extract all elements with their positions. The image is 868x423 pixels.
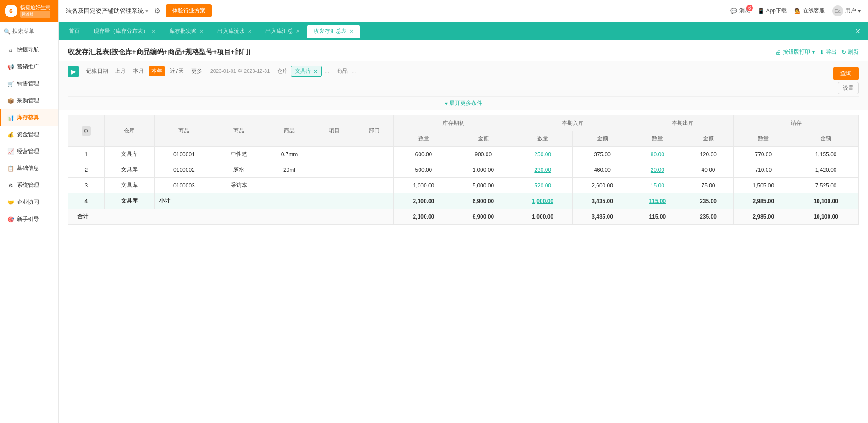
cell-open-qty: 600.00 xyxy=(394,147,453,162)
message-badge: 6 xyxy=(746,5,753,11)
refresh-button[interactable]: ↻ 刷新 xyxy=(841,48,859,56)
sidebar-item-sales[interactable]: 🛒 销售管理 xyxy=(0,75,58,92)
tab-close-stock-dist[interactable]: ✕ xyxy=(151,29,155,34)
message-button[interactable]: 💬 消息 6 xyxy=(730,7,750,15)
user-dropdown-icon: ▾ xyxy=(858,8,861,14)
cell-in-qty[interactable]: 520.00 xyxy=(513,178,573,193)
subtotal-in-qty[interactable]: 1,000.00 xyxy=(513,193,573,209)
goods-filter: 商品 ... xyxy=(337,67,356,75)
date-filter: 记账日期 上月 本月 本年 近7天 更多 2023-01-01 至 2023-1… xyxy=(86,66,270,76)
enterprise-icon: 🤝 xyxy=(7,199,14,206)
cell-goods-code: 0100003 xyxy=(154,178,214,193)
sidebar-item-enterprise[interactable]: 🤝 企业协同 xyxy=(0,194,58,211)
sidebar-item-basic[interactable]: 📋 基础信息 xyxy=(0,160,58,177)
th-project: 项目 xyxy=(315,115,354,147)
filter-expand-row: ▾ 展开更多条件 xyxy=(68,96,859,110)
system-selector[interactable]: 装备及固定资产辅助管理系统 ▾ xyxy=(66,7,149,15)
export-icon: ⬇ xyxy=(819,49,824,55)
cell-in-qty[interactable]: 230.00 xyxy=(513,162,573,178)
tab-close-batch[interactable]: ✕ xyxy=(199,29,204,34)
sidebar-item-assets[interactable]: 💰 资金管理 xyxy=(0,126,58,143)
sidebar-item-operations[interactable]: 📈 经营管理 xyxy=(0,143,58,160)
table-row: 1 文具库 0100001 中性笔 0.7mm 600.00 900.00 25… xyxy=(68,147,859,162)
user-menu[interactable]: Ea 用户 ▾ xyxy=(832,5,861,16)
filter-main-row: ▶ 记账日期 上月 本月 本年 近7天 更多 xyxy=(68,61,859,96)
date-options: 上月 本月 本年 近7天 更多 xyxy=(112,66,205,76)
cell-project xyxy=(315,147,354,162)
cell-out-qty[interactable]: 20.00 xyxy=(632,162,683,178)
date-last-month[interactable]: 上月 xyxy=(112,66,128,76)
cell-open-amt: 900.00 xyxy=(453,147,513,162)
app-download-button[interactable]: 📱 App下载 xyxy=(757,7,787,15)
cell-goods-name: 中性笔 xyxy=(214,147,264,162)
sidebar-item-system[interactable]: ⚙ 系统管理 xyxy=(0,177,58,194)
cell-out-amt: 40.00 xyxy=(683,162,734,178)
footer-out-qty: 115.00 xyxy=(632,209,683,225)
page-content: 收发存汇总表(按仓库+商品编码+商品+规格型号+项目+部门) 🖨 按钮版打印 ▾… xyxy=(59,40,868,423)
warehouse-tag[interactable]: 文具库 ✕ xyxy=(291,66,322,77)
query-button[interactable]: 查询 xyxy=(833,67,859,80)
goods-label: 商品 xyxy=(337,67,348,75)
th-opening: 库存期初 xyxy=(394,115,513,131)
subtotal-warehouse: 文具库 xyxy=(104,193,154,209)
sidebar-item-quick-nav[interactable]: ⌂ 快捷导航 xyxy=(0,41,58,58)
filter-toggle-button[interactable]: ▶ xyxy=(68,66,79,77)
tab-close-summary[interactable]: ✕ xyxy=(296,29,300,34)
date-more[interactable]: 更多 xyxy=(188,66,205,76)
date-range: 2023-01-01 至 2023-12-31 xyxy=(210,68,270,75)
expand-more-conditions-button[interactable]: ▾ 展开更多条件 xyxy=(445,99,482,107)
topbar: 装备及固定资产辅助管理系统 ▾ ⚙ 体验行业方案 💬 消息 6 📱 App下载 … xyxy=(59,0,868,22)
export-button[interactable]: ⬇ 导出 xyxy=(819,48,837,56)
sidebar-item-guide[interactable]: 🎯 新手引导 xyxy=(0,211,58,228)
date-this-month[interactable]: 本月 xyxy=(130,66,147,76)
cell-goods-name: 胶水 xyxy=(214,162,264,178)
footer-row: 合计 2,100.00 6,900.00 1,000.00 3,435.00 1… xyxy=(68,209,859,225)
filter-settings-button[interactable]: 设置 xyxy=(838,82,859,94)
sidebar-search-area: 🔍 搜索菜单 xyxy=(0,22,58,41)
service-icon: 💁 xyxy=(794,8,801,14)
tab-close-flow[interactable]: ✕ xyxy=(248,29,252,34)
th-settings[interactable]: ⚙ xyxy=(68,115,105,147)
sidebar-item-inventory[interactable]: 📊 库存核算 xyxy=(0,109,58,126)
close-all-tabs-button[interactable]: ✕ xyxy=(851,25,864,38)
cell-out-amt: 120.00 xyxy=(683,147,734,162)
warehouse-more-button[interactable]: ... xyxy=(325,68,329,75)
refresh-icon: ↻ xyxy=(841,49,846,55)
cell-in-qty[interactable]: 250.00 xyxy=(513,147,573,162)
topbar-settings-button[interactable]: ⚙ xyxy=(154,6,160,15)
goods-more-button[interactable]: ... xyxy=(351,68,356,75)
cell-out-qty[interactable]: 15.00 xyxy=(632,178,683,193)
sidebar-item-marketing[interactable]: 📢 营销推广 xyxy=(0,58,58,75)
th-close-qty: 数量 xyxy=(734,131,793,147)
th-open-qty: 数量 xyxy=(394,131,453,147)
online-service-button[interactable]: 💁 在线客服 xyxy=(794,7,825,15)
page-title: 收发存汇总表(按仓库+商品编码+商品+规格型号+项目+部门) xyxy=(68,48,251,56)
date-last-7-days[interactable]: 近7天 xyxy=(167,66,187,76)
cell-close-qty: 770.00 xyxy=(734,147,793,162)
tab-home[interactable]: 首页 xyxy=(62,25,86,38)
experience-button[interactable]: 体验行业方案 xyxy=(166,4,212,17)
tab-flow[interactable]: 出入库流水 ✕ xyxy=(211,25,258,38)
print-button[interactable]: 🖨 按钮版打印 ▾ xyxy=(775,48,815,56)
subtotal-open-amt: 6,900.00 xyxy=(453,193,513,209)
footer-in-amt: 3,435.00 xyxy=(573,209,632,225)
date-this-year[interactable]: 本年 xyxy=(149,66,165,76)
guide-icon: 🎯 xyxy=(7,216,14,223)
app-badge: 标准版 xyxy=(20,11,50,18)
warehouse-label: 仓库 xyxy=(277,67,288,75)
search-icon: 🔍 xyxy=(4,28,11,35)
tab-summary[interactable]: 出入库汇总 ✕ xyxy=(259,25,306,38)
tab-batch[interactable]: 库存批次账 ✕ xyxy=(163,25,210,38)
table-settings-icon[interactable]: ⚙ xyxy=(82,126,91,136)
cell-out-qty[interactable]: 80.00 xyxy=(632,147,683,162)
tab-stock-dist[interactable]: 现存量（库存分布表） ✕ xyxy=(87,25,162,38)
subtotal-out-amt: 235.00 xyxy=(683,193,734,209)
cell-in-amt: 375.00 xyxy=(573,147,632,162)
warehouse-tag-close[interactable]: ✕ xyxy=(313,68,318,75)
subtotal-out-qty[interactable]: 115.00 xyxy=(632,193,683,209)
cell-goods-name: 采访本 xyxy=(214,178,264,193)
search-menu-button[interactable]: 🔍 搜索菜单 xyxy=(4,26,55,37)
tab-close-recv-send[interactable]: ✕ xyxy=(349,29,354,34)
sidebar-item-purchase[interactable]: 📦 采购管理 xyxy=(0,92,58,109)
tab-recv-send[interactable]: 收发存汇总表 ✕ xyxy=(307,25,360,38)
